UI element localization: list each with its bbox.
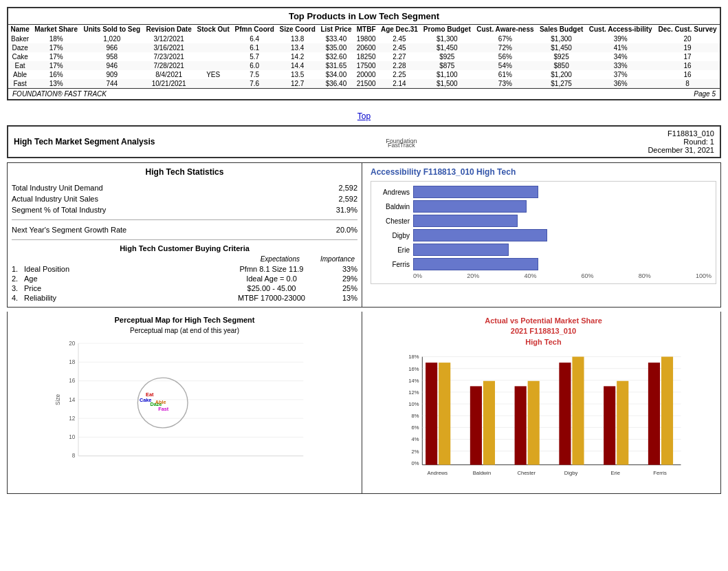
svg-text:18: 18 — [69, 359, 76, 365]
accessibility-bar-row: Ferris — [375, 258, 712, 270]
accessibility-bar-row: Andrews — [375, 186, 712, 198]
market-share-title: Actual vs Potential Market Share 2021 F1… — [371, 316, 716, 347]
header-right: F118813_010 Round: 1 December 31, 2021 — [648, 129, 714, 154]
svg-text:6%: 6% — [412, 424, 419, 431]
perceptual-subtitle: Perceptual map (at end of this year) — [12, 327, 357, 334]
svg-text:12: 12 — [69, 416, 76, 422]
bar-andrews-potential — [439, 363, 450, 465]
perceptual-title: Perceptual Map for High Tech Segment — [12, 316, 357, 324]
bar-axis: 0% 20% 40% 60% 80% 100% — [375, 272, 712, 279]
perceptual-map-panel: Perceptual Map for High Tech Segment Per… — [8, 312, 362, 493]
growth-value: 20.0% — [336, 226, 357, 234]
table-row: Eat17%9467/28/20216.014.4$31.65175002.28… — [8, 61, 720, 70]
bar-digby-actual — [559, 363, 571, 465]
svg-text:Digby: Digby — [564, 470, 578, 476]
table-row: Cake17%9587/23/20215.714.2$32.60182502.2… — [8, 52, 720, 61]
stats-divider2 — [12, 239, 357, 240]
bar-ferris-actual — [648, 363, 660, 465]
col-awareness: Cust. Aware-ness — [474, 25, 537, 34]
col-age: Age Dec.31 — [378, 25, 421, 34]
svg-text:Erie: Erie — [610, 470, 620, 476]
accessibility-bar-row: Digby — [375, 229, 712, 241]
svg-text:Baldwin: Baldwin — [473, 470, 492, 476]
svg-text:Chester: Chester — [517, 470, 536, 476]
col-promo: Promo Budget — [421, 25, 474, 34]
table-header-row: Name Market Share Units Sold to Seg Revi… — [8, 25, 720, 34]
stats-rows: Total Industry Unit Demand2,592Actual In… — [12, 182, 357, 215]
criteria-item: 3.Price$25.00 - 45.0025% — [12, 283, 357, 293]
table-footer: FOUNDATION® FAST TRACK Page 5 — [8, 88, 720, 99]
header-id: F118813_010 — [648, 129, 714, 138]
header-round: Round: 1 — [648, 138, 714, 146]
svg-text:Size: Size — [55, 394, 61, 405]
table-row: Daze17%9663/16/20216.113.4$35.00206002.4… — [8, 43, 720, 52]
col-price: List Price — [318, 25, 355, 34]
footer-left: FOUNDATION® FAST TRACK — [12, 90, 107, 98]
fasttrack-logo: Foundation FastTrack — [386, 138, 417, 146]
col-revision: Revision Date — [144, 25, 195, 34]
perceptual-map-svg: 20 18 16 14 12 10 8 Size Eat — [12, 337, 357, 475]
stats-panel-title: High Tech Statistics — [12, 167, 357, 177]
col-size: Size Coord — [277, 25, 318, 34]
bar-andrews-actual — [426, 363, 437, 465]
footer-right: Page 5 — [694, 90, 716, 98]
col-pfmn: Pfmn Coord — [232, 25, 277, 34]
table-row: Baker18%1,0203/12/20216.413.8$33.4019800… — [8, 34, 720, 43]
market-share-panel: Actual vs Potential Market Share 2021 F1… — [366, 312, 720, 493]
stats-divider — [12, 219, 357, 220]
fasttrack-header: High Tech Market Segment Analysis Founda… — [7, 125, 721, 158]
svg-text:8%: 8% — [412, 413, 419, 419]
left-stats-panel: High Tech Statistics Total Industry Unit… — [8, 163, 362, 307]
svg-text:16: 16 — [69, 378, 76, 384]
bar-ferris-potential — [661, 357, 673, 465]
criteria-item: 4.ReliabilityMTBF 17000-2300013% — [12, 293, 357, 303]
table-row: Fast13%74410/21/20217.612.7$36.40215002.… — [8, 79, 720, 88]
products-tbody: Baker18%1,0203/12/20216.413.8$33.4019800… — [8, 34, 720, 88]
svg-text:Ferris: Ferris — [653, 470, 667, 476]
criteria-header-expect: Expectations — [261, 255, 300, 263]
svg-text:Able: Able — [155, 399, 166, 405]
products-table: Name Market Share Units Sold to Seg Revi… — [8, 25, 720, 88]
svg-text:8: 8 — [72, 453, 76, 459]
bar-erie-actual — [604, 387, 615, 465]
top-link[interactable]: Top — [357, 111, 371, 121]
svg-text:0%: 0% — [412, 460, 419, 466]
criteria-header: Expectations Importance — [12, 255, 357, 263]
criteria-title: High Tech Customer Buying Criteria — [12, 244, 357, 252]
col-mtbf: MTBF — [354, 25, 378, 34]
col-sales: Sales Budget — [537, 25, 586, 34]
bar-baldwin-potential — [483, 381, 495, 465]
svg-text:10%: 10% — [408, 401, 419, 407]
accessibility-bar-row: Baldwin — [375, 200, 712, 213]
accessibility-bar-row: Erie — [375, 244, 712, 256]
col-access: Cust. Access-ibility — [586, 25, 655, 34]
main-content-area: High Tech Statistics Total Industry Unit… — [7, 162, 721, 308]
top-products-title: Top Products in Low Tech Segment — [8, 8, 720, 25]
market-title-1: Actual vs Potential Market Share — [371, 316, 716, 326]
growth-label: Next Year's Segment Growth Rate — [12, 226, 126, 234]
svg-text:14%: 14% — [408, 378, 419, 384]
svg-text:Andrews: Andrews — [427, 470, 448, 476]
header-date: December 31, 2021 — [648, 146, 714, 154]
bar-digby-potential — [572, 357, 584, 465]
svg-text:4%: 4% — [412, 437, 419, 443]
top-products-section: Top Products in Low Tech Segment Name Ma… — [7, 7, 721, 100]
svg-text:2%: 2% — [412, 449, 419, 455]
stat-row: Actual Industry Unit Sales2,592 — [12, 193, 357, 204]
col-market-share: Market Share — [32, 25, 80, 34]
right-chart-panel: Accessibility F118813_010 High Tech Andr… — [366, 163, 720, 307]
bar-baldwin-actual — [470, 387, 482, 465]
top-link-section: Top — [7, 107, 721, 125]
svg-text:10: 10 — [69, 434, 76, 440]
bar-chester-actual — [515, 387, 527, 465]
accessibility-bar-row: Chester — [375, 215, 712, 227]
svg-text:Fast: Fast — [158, 406, 169, 412]
bar-chester-potential — [528, 381, 540, 465]
table-row: Able16%9098/4/2021YES7.513.5$34.00200002… — [8, 70, 720, 79]
svg-text:14: 14 — [69, 397, 76, 403]
segment-title: High Tech Market Segment Analysis — [14, 137, 155, 147]
col-stock: Stock Out — [195, 25, 232, 34]
stat-row: Segment % of Total Industry31.9% — [12, 204, 357, 215]
col-units: Units Sold to Seg — [80, 25, 143, 34]
market-share-svg: 18% 16% 14% 12% 10% 8% 6% 4% 2% 0% — [371, 350, 716, 488]
